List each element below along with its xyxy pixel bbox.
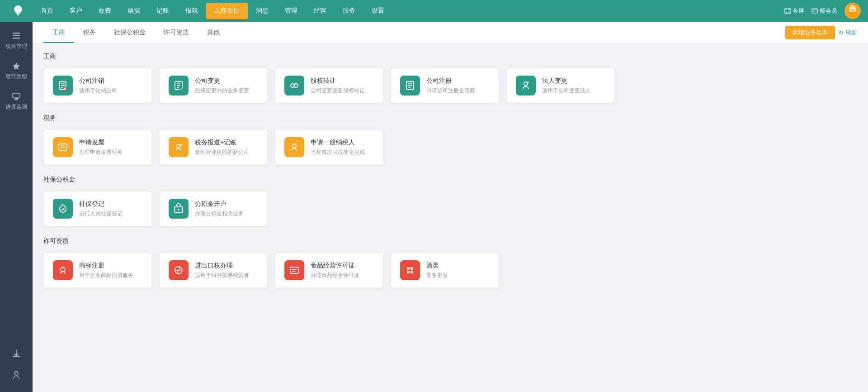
nav-item-消息[interactable]: 消息 xyxy=(248,0,277,22)
provident-fund-icon xyxy=(169,199,189,219)
content-area: 工商 税务 社保公积金 许可资质 其他 新增业务类型 ↻ 刷新 工商 xyxy=(33,22,868,392)
card-title: 进出口权办理 xyxy=(195,262,249,270)
card-desc: 办理申请发票业务 xyxy=(79,148,123,156)
nav-item-设置[interactable]: 设置 xyxy=(363,0,392,22)
card-import-export[interactable]: 进出口权办理 适用于对外贸易经营者 xyxy=(159,253,268,288)
card-liquor[interactable]: 酒类 零售批发 xyxy=(391,253,499,288)
card-company-register[interactable]: 公司注册 申请公司注册全流程 xyxy=(391,68,499,103)
svg-marker-12 xyxy=(13,62,20,70)
nav-item-报税[interactable]: 报税 xyxy=(177,0,206,22)
nav-item-工商项目[interactable]: 工商项目 xyxy=(206,3,248,19)
svg-text:™: ™ xyxy=(62,268,65,271)
card-equity-transfer[interactable]: 股权转让 公司变更需要股权转让 xyxy=(275,68,383,103)
svg-rect-31 xyxy=(59,144,67,150)
refresh-icon: ↻ xyxy=(839,29,844,36)
tab-qita[interactable]: 其他 xyxy=(198,23,229,43)
card-tax-report[interactable]: + 税务报道+记账 拿到营业执照的新公司 xyxy=(159,129,268,165)
card-info-tax-report: 税务报道+记账 拿到营业执照的新公司 xyxy=(195,139,249,156)
svg-rect-43 xyxy=(410,267,413,270)
tab-bar: 工商 税务 社保公积金 许可资质 其他 新增业务类型 ↻ 刷新 xyxy=(33,22,868,43)
card-title: 股权转让 xyxy=(311,77,365,85)
cards-grid-shebao: 社保登记 进行人员社保登记 公积金开户 办理公积金相关业务 xyxy=(43,191,857,226)
card-info-invoice: 申请发票 办理申请发票业务 xyxy=(79,139,123,156)
tab-xuke[interactable]: 许可资质 xyxy=(155,23,198,43)
card-title: 法人变更 xyxy=(542,77,591,85)
nav-item-首页[interactable]: 首页 xyxy=(33,0,61,22)
section-shuiwu: 税务 申请发票 办理申请发票业务 + xyxy=(43,114,857,165)
new-type-button[interactable]: 新增业务类型 xyxy=(785,26,835,39)
card-info-social-security: 社保登记 进行人员社保登记 xyxy=(79,200,123,218)
card-info-legal-change: 法人变更 适用于公司变更法人 xyxy=(542,77,591,95)
card-desc: 股权变更外的业务变更 xyxy=(195,87,249,95)
refresh-button[interactable]: ↻ 刷新 xyxy=(839,29,857,37)
food-license-icon xyxy=(284,260,304,280)
sidebar-item-progress-monitor[interactable]: 进度监测 xyxy=(0,86,33,116)
nav-item-收费[interactable]: 收费 xyxy=(90,0,119,22)
svg-rect-11 xyxy=(13,38,20,39)
svg-point-32 xyxy=(177,144,180,148)
tab-shebao[interactable]: 社保公积金 xyxy=(105,23,155,43)
svg-rect-13 xyxy=(13,93,20,98)
tab-shuiwu[interactable]: 税务 xyxy=(74,23,105,43)
svg-rect-1 xyxy=(812,9,817,13)
svg-text:+: + xyxy=(180,143,182,146)
card-taxpayer[interactable]: 申请一般纳税人 当月或次月成变更完成 xyxy=(275,129,383,165)
card-social-security[interactable]: 社保登记 进行人员社保登记 xyxy=(43,191,152,226)
card-company-cancel[interactable]: 公司注销 适用于注销公司 xyxy=(43,68,152,103)
cards-grid-xuke: ™ 商标注册 用于企业商标注册服务 进出口权办理 适用于 xyxy=(43,253,857,288)
location-button[interactable] xyxy=(0,364,33,385)
monitor-icon xyxy=(11,91,21,101)
svg-point-17 xyxy=(14,372,18,375)
company-change-icon xyxy=(169,76,189,96)
card-info-company-change: 公司变更 股权变更外的业务变更 xyxy=(195,77,249,95)
card-desc: 办理公积金相关业务 xyxy=(195,210,244,218)
svg-rect-45 xyxy=(410,271,413,273)
nav-items: 首页客户收费票据记账报税工商项目消息管理经营服务设置 xyxy=(33,0,784,22)
svg-rect-14 xyxy=(15,98,18,99)
nav-item-客户[interactable]: 客户 xyxy=(61,0,90,22)
nav-item-票据[interactable]: 票据 xyxy=(119,0,148,22)
legal-change-icon xyxy=(516,76,536,96)
card-desc: 办理食品经营许可证 xyxy=(311,272,359,279)
nav-item-记账[interactable]: 记账 xyxy=(148,0,177,22)
company-register-icon xyxy=(400,76,420,96)
member-button[interactable]: 畅会员 xyxy=(811,7,837,15)
card-company-change[interactable]: 公司变更 股权变更外的业务变更 xyxy=(159,68,268,103)
card-info-liquor: 酒类 零售批发 xyxy=(426,262,448,279)
card-desc: 拿到营业执照的新公司 xyxy=(195,148,249,156)
card-food-license[interactable]: 食品经营许可证 办理食品经营许可证 xyxy=(275,253,383,288)
card-info-equity: 股权转让 公司变更需要股权转让 xyxy=(311,77,365,95)
card-info-import-export: 进出口权办理 适用于对外贸易经营者 xyxy=(195,262,249,279)
svg-rect-15 xyxy=(14,99,19,100)
svg-rect-42 xyxy=(407,267,410,270)
taxpayer-icon xyxy=(284,137,304,157)
svg-point-30 xyxy=(524,82,528,86)
sidebar-item-project-type[interactable]: 项目类型 xyxy=(0,56,33,86)
fullscreen-button[interactable]: 全屏 xyxy=(784,7,804,15)
card-info-food-license: 食品经营许可证 办理食品经营许可证 xyxy=(311,262,359,279)
section-gongshang: 工商 公司注销 适用于注销公司 xyxy=(43,53,857,103)
avatar[interactable] xyxy=(844,3,861,19)
card-desc: 申请公司注册全流程 xyxy=(426,87,475,95)
card-legal-change[interactable]: 法人变更 适用于公司变更法人 xyxy=(506,68,615,103)
social-security-icon xyxy=(53,199,73,219)
card-desc: 适用于公司变更法人 xyxy=(542,87,591,95)
card-title: 社保登记 xyxy=(79,200,123,208)
card-invoice[interactable]: 申请发票 办理申请发票业务 xyxy=(43,129,152,165)
card-desc: 适用于注销公司 xyxy=(79,87,117,95)
sidebar-item-project-management[interactable]: 项目管理 xyxy=(0,25,33,56)
download-button[interactable] xyxy=(0,343,33,364)
card-desc: 用于企业商标注册服务 xyxy=(79,272,133,279)
card-title: 商标注册 xyxy=(79,262,133,270)
card-title: 食品经营许可证 xyxy=(311,262,359,270)
card-provident-fund[interactable]: 公积金开户 办理公积金相关业务 xyxy=(159,191,268,226)
tab-gongshang[interactable]: 工商 xyxy=(43,23,74,43)
card-title: 酒类 xyxy=(426,262,448,270)
list-icon xyxy=(11,31,21,41)
nav-item-服务[interactable]: 服务 xyxy=(335,0,363,22)
card-trademark[interactable]: ™ 商标注册 用于企业商标注册服务 xyxy=(43,253,152,288)
nav-item-经营[interactable]: 经营 xyxy=(306,0,335,22)
card-title: 税务报道+记账 xyxy=(195,139,249,147)
card-info-company-cancel: 公司注销 适用于注销公司 xyxy=(79,77,117,95)
nav-item-管理[interactable]: 管理 xyxy=(277,0,306,22)
